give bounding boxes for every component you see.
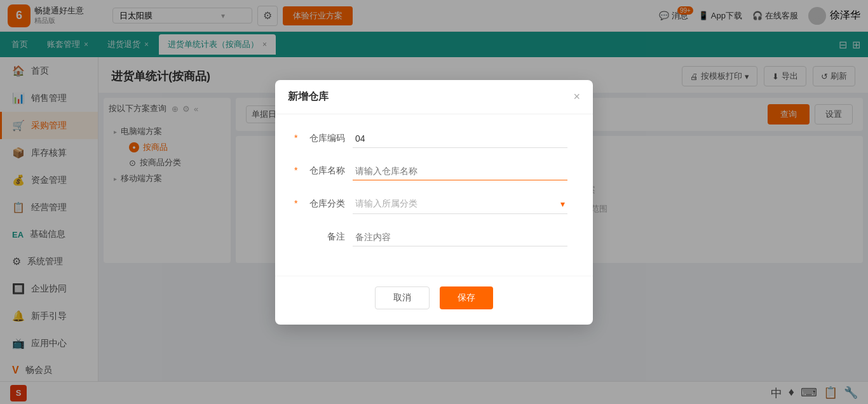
add-warehouse-dialog: 新增仓库 × 仓库编码 仓库名称 仓库分类 请输入所属分类 ▾	[275, 80, 593, 325]
dialog-body: 仓库编码 仓库名称 仓库分类 请输入所属分类 ▾ 备注	[275, 114, 593, 276]
dialog-header: 新增仓库 ×	[275, 80, 593, 114]
save-button[interactable]: 保存	[440, 286, 493, 309]
warehouse-type-label: 仓库分类	[301, 198, 345, 210]
dialog-close-icon[interactable]: ×	[573, 91, 580, 102]
form-row-type: 仓库分类 请输入所属分类 ▾	[301, 194, 567, 214]
warehouse-type-select[interactable]: 请输入所属分类 ▾	[353, 194, 567, 214]
dialog-overlay: 新增仓库 × 仓库编码 仓库名称 仓库分类 请输入所属分类 ▾	[0, 0, 868, 404]
remark-input[interactable]	[353, 228, 567, 246]
select-arrow-icon: ▾	[560, 199, 565, 209]
dialog-title: 新增仓库	[288, 90, 329, 104]
warehouse-code-label: 仓库编码	[301, 133, 345, 144]
remark-label: 备注	[301, 231, 345, 243]
warehouse-code-input[interactable]	[353, 130, 567, 148]
form-row-code: 仓库编码	[301, 130, 567, 148]
warehouse-name-label: 仓库名称	[301, 165, 345, 177]
form-row-remark: 备注	[301, 228, 567, 246]
dialog-footer: 取消 保存	[275, 276, 593, 325]
warehouse-type-placeholder: 请输入所属分类	[355, 198, 417, 210]
form-row-name: 仓库名称	[301, 162, 567, 180]
cancel-button[interactable]: 取消	[375, 286, 430, 309]
warehouse-name-input[interactable]	[353, 162, 567, 180]
